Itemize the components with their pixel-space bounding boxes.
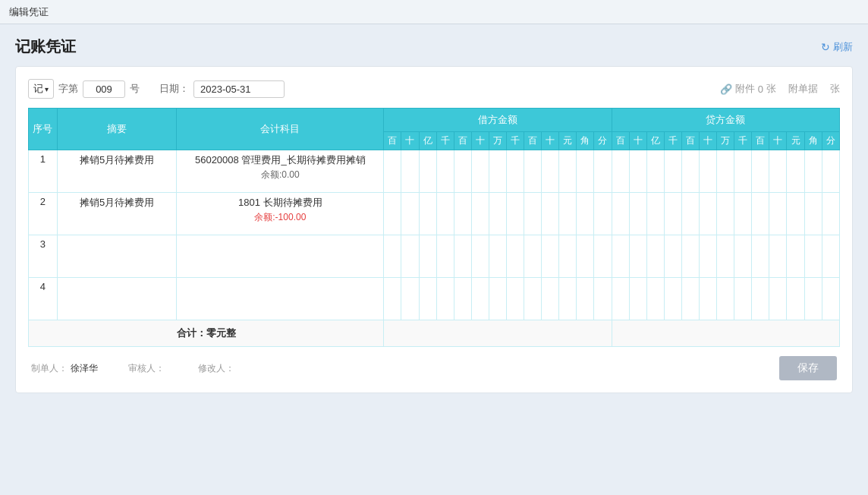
row3-d10[interactable]	[542, 235, 559, 278]
row2-c6[interactable]	[700, 193, 717, 235]
row1-c5[interactable]	[681, 150, 699, 193]
row2-d2[interactable]	[401, 193, 419, 235]
row2-d4[interactable]	[436, 193, 454, 235]
row3-account[interactable]	[177, 235, 384, 278]
row2-c10[interactable]	[769, 193, 787, 235]
row3-d1[interactable]	[384, 235, 401, 278]
row3-c13[interactable]	[822, 235, 839, 278]
row2-c1[interactable]	[612, 193, 629, 235]
save-button[interactable]: 保存	[779, 356, 837, 380]
row4-d2[interactable]	[401, 278, 419, 320]
row1-summary[interactable]: 摊销5月待摊费用	[57, 150, 177, 193]
row2-c5[interactable]	[681, 193, 699, 235]
row1-d7[interactable]	[489, 150, 506, 193]
row3-d2[interactable]	[401, 235, 419, 278]
row2-c8[interactable]	[734, 193, 752, 235]
row3-c6[interactable]	[700, 235, 717, 278]
row3-c9[interactable]	[752, 235, 769, 278]
row4-c9[interactable]	[752, 278, 769, 320]
attach-single-link[interactable]: 附单据	[788, 82, 818, 96]
row1-d4[interactable]	[436, 150, 454, 193]
row4-d7[interactable]	[489, 278, 506, 320]
row2-c2[interactable]	[629, 193, 646, 235]
row2-d7[interactable]	[489, 193, 506, 235]
row1-c10[interactable]	[769, 150, 787, 193]
row3-c1[interactable]	[612, 235, 629, 278]
date-input[interactable]	[193, 80, 285, 98]
row2-c3[interactable]	[646, 193, 664, 235]
row1-c12[interactable]	[804, 150, 822, 193]
row2-d11[interactable]	[559, 193, 577, 235]
row1-c2[interactable]	[629, 150, 646, 193]
row3-c8[interactable]	[734, 235, 752, 278]
row2-d5[interactable]	[454, 193, 471, 235]
row1-c3[interactable]	[646, 150, 664, 193]
row2-d13[interactable]	[594, 193, 612, 235]
row4-d11[interactable]	[559, 278, 577, 320]
row1-d2[interactable]	[401, 150, 419, 193]
row2-d6[interactable]	[471, 193, 489, 235]
row3-c3[interactable]	[646, 235, 664, 278]
row1-d12[interactable]	[577, 150, 594, 193]
row3-d4[interactable]	[436, 235, 454, 278]
row3-c7[interactable]	[717, 235, 734, 278]
row1-d6[interactable]	[471, 150, 489, 193]
row1-account[interactable]: 56020008 管理费用_长期待摊费用摊销 余额:0.00	[177, 150, 384, 193]
zi-number-input[interactable]	[83, 80, 125, 98]
row4-c5[interactable]	[681, 278, 699, 320]
row3-d11[interactable]	[559, 235, 577, 278]
row4-c8[interactable]	[734, 278, 752, 320]
row4-d10[interactable]	[542, 278, 559, 320]
row4-d6[interactable]	[471, 278, 489, 320]
row3-c2[interactable]	[629, 235, 646, 278]
row2-c13[interactable]	[822, 193, 839, 235]
row2-d8[interactable]	[506, 193, 524, 235]
row2-c12[interactable]	[804, 193, 822, 235]
row1-d10[interactable]	[542, 150, 559, 193]
row1-d9[interactable]	[524, 150, 542, 193]
row3-d9[interactable]	[524, 235, 542, 278]
row3-d5[interactable]	[454, 235, 471, 278]
row4-c12[interactable]	[804, 278, 822, 320]
row4-c1[interactable]	[612, 278, 629, 320]
row4-c6[interactable]	[700, 278, 717, 320]
row4-d13[interactable]	[594, 278, 612, 320]
row4-d3[interactable]	[419, 278, 436, 320]
row4-c10[interactable]	[769, 278, 787, 320]
row4-c4[interactable]	[664, 278, 681, 320]
row1-d1[interactable]	[384, 150, 401, 193]
row1-c8[interactable]	[734, 150, 752, 193]
row1-c13[interactable]	[822, 150, 839, 193]
row1-d8[interactable]	[506, 150, 524, 193]
row3-c5[interactable]	[681, 235, 699, 278]
row2-c11[interactable]	[787, 193, 804, 235]
row2-d9[interactable]	[524, 193, 542, 235]
row2-d1[interactable]	[384, 193, 401, 235]
ji-dropdown[interactable]: 记 ▾	[28, 79, 54, 99]
row4-c3[interactable]	[646, 278, 664, 320]
row1-d5[interactable]	[454, 150, 471, 193]
row3-d8[interactable]	[506, 235, 524, 278]
row4-c11[interactable]	[787, 278, 804, 320]
refresh-button[interactable]: ↻ 刷新	[821, 40, 853, 54]
row2-d10[interactable]	[542, 193, 559, 235]
row1-c4[interactable]	[664, 150, 681, 193]
row2-c9[interactable]	[752, 193, 769, 235]
row2-d3[interactable]	[419, 193, 436, 235]
row4-d4[interactable]	[436, 278, 454, 320]
row2-d12[interactable]	[577, 193, 594, 235]
row4-d1[interactable]	[384, 278, 401, 320]
row3-d7[interactable]	[489, 235, 506, 278]
row4-account[interactable]	[177, 278, 384, 320]
row1-d3[interactable]	[419, 150, 436, 193]
row2-c7[interactable]	[717, 193, 734, 235]
row4-d8[interactable]	[506, 278, 524, 320]
row3-c4[interactable]	[664, 235, 681, 278]
row4-c13[interactable]	[822, 278, 839, 320]
row1-c7[interactable]	[717, 150, 734, 193]
row1-c11[interactable]	[787, 150, 804, 193]
row1-d13[interactable]	[594, 150, 612, 193]
row3-d13[interactable]	[594, 235, 612, 278]
row4-c7[interactable]	[717, 278, 734, 320]
row4-d5[interactable]	[454, 278, 471, 320]
